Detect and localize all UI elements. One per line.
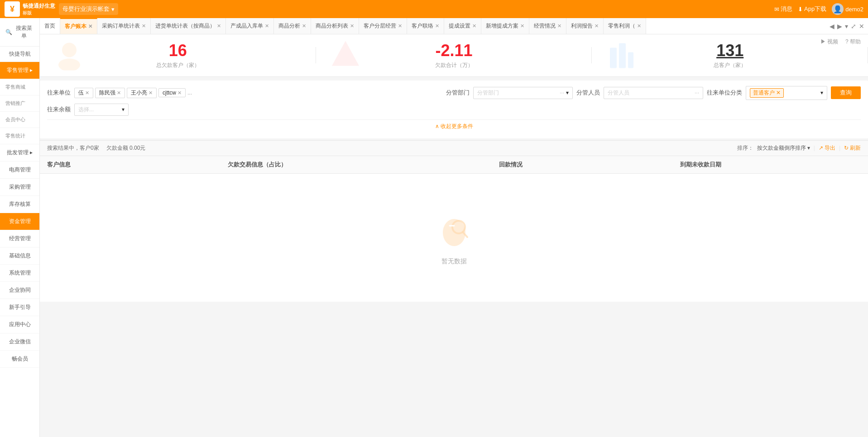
tab-new-promo[interactable]: 新增提成方案 ✕ — [481, 18, 529, 34]
export-btn[interactable]: ↗ 导出 — [819, 144, 835, 152]
tab-customer-tier[interactable]: 客户分层经营 ✕ — [359, 18, 407, 34]
tab-close-icon[interactable]: ✕ — [142, 23, 146, 29]
sidebar-item-label: 经营管理 — [9, 235, 31, 242]
quick-nav-label: 快捷导航 — [9, 51, 31, 57]
tab-close-icon[interactable]: ✕ — [217, 23, 221, 29]
tab-close-icon[interactable]: ✕ — [557, 23, 561, 29]
sidebar-item-new-guide[interactable]: 新手引导 — [0, 299, 39, 316]
tab-stock-stat[interactable]: 进货单统计表（按商品） ✕ — [151, 18, 226, 34]
sidebar-item-ecommerce[interactable]: 电商管理 — [0, 162, 39, 179]
app-subtitle: 标版 — [23, 10, 55, 16]
tab-close-icon[interactable]: ✕ — [398, 23, 402, 29]
stat1-number: 16 — [169, 42, 187, 60]
tab-close-icon[interactable]: ✕ — [265, 23, 269, 29]
stat3-number[interactable]: 131 — [716, 42, 743, 60]
tab-goods-analysis-list[interactable]: 商品分析列表 ✕ — [311, 18, 359, 34]
sidebar-item-system[interactable]: 系统管理 — [0, 265, 39, 282]
stat1-bg-icon — [53, 39, 85, 71]
tab-goods-analysis[interactable]: 商品分析 ✕ — [274, 18, 311, 34]
filter-category-select[interactable]: 普通客户 ✕ ▾ — [746, 86, 827, 100]
tab-customers[interactable]: 客户账本 ✕ — [60, 18, 97, 34]
collapse-btn[interactable]: ∧ 收起更多条件 — [47, 119, 861, 133]
tab-label: 新增提成方案 — [486, 22, 518, 30]
logo-icon: ¥ — [5, 1, 20, 17]
tab-close-icon[interactable]: ✕ — [88, 24, 92, 29]
filter-unit-label: 往来单位 — [47, 89, 71, 97]
sidebar-item-label: 企业微信 — [9, 338, 31, 345]
remove-category-tag[interactable]: ✕ — [776, 90, 781, 96]
sidebar-item-wholesale[interactable]: 批发管理 ▸ — [0, 144, 39, 162]
tab-cost-in[interactable]: 产成品入库单 ✕ — [226, 18, 274, 34]
filter-row-2: 往来余额 选择... ▾ — [47, 104, 861, 116]
tab-close-icon[interactable]: ✕ — [472, 23, 476, 29]
sidebar-item-member[interactable]: 会员中心 — [0, 112, 39, 128]
tab-next-icon[interactable]: ▶ — [837, 23, 842, 30]
sidebar-item-enterprise[interactable]: 企业协同 — [0, 282, 39, 299]
filter-person-select[interactable]: 分管人员 ··· — [604, 87, 703, 99]
tab-label: 提成设置 — [449, 22, 470, 30]
results-right: 排序： 按欠款金额倒序排序 ▾ | ↗ 导出 | ↻ 刷新 — [737, 144, 861, 152]
tab-promo-settings[interactable]: 提成设置 ✕ — [444, 18, 481, 34]
filter-balance-select[interactable]: 选择... ▾ — [74, 104, 129, 116]
stat3-label: 总客户（家） — [714, 62, 746, 69]
sort-chevron-icon: ▾ — [807, 145, 810, 151]
tab-menu-icon[interactable]: ▾ — [845, 23, 848, 30]
sidebar-item-app-center[interactable]: 应用中心 — [0, 316, 39, 333]
filter-dept-select[interactable]: 分管部门 ··· ▾ — [473, 87, 573, 99]
sidebar-item-inventory[interactable]: 库存核算 — [0, 196, 39, 213]
sidebar-item-vip[interactable]: 畅会员 — [0, 351, 39, 368]
tab-customer-contact[interactable]: 客户联络 ✕ — [407, 18, 444, 34]
video-btn[interactable]: ▶ 视频 — [820, 38, 838, 46]
message-btn[interactable]: ✉ 消息 — [774, 5, 792, 13]
stat2-label: 欠款合计（万） — [435, 62, 473, 69]
sidebar-item-wechat-work[interactable]: 企业微信 — [0, 333, 39, 351]
sidebar-item-operations[interactable]: 经营管理 — [0, 230, 39, 247]
more-tags-btn[interactable]: ... — [187, 90, 192, 96]
svg-point-1 — [58, 59, 80, 71]
sidebar-item-marketing[interactable]: 营销推广 — [0, 95, 39, 112]
tab-business-status[interactable]: 经营情况 ✕ — [529, 18, 566, 34]
tab-close-icon[interactable]: ✕ — [435, 23, 439, 29]
stat-block-customers: 16 总欠款客户（家） — [40, 42, 316, 69]
tab-maximize-icon[interactable]: ⤢ — [851, 23, 856, 30]
tab-close-all-icon[interactable]: ✕ — [859, 23, 864, 30]
sidebar-item-basic-info[interactable]: 基础信息 — [0, 247, 39, 265]
tab-close-icon[interactable]: ✕ — [595, 23, 599, 29]
sort-select[interactable]: 按欠款金额倒序排序 ▾ — [757, 144, 810, 152]
tab-retail-profit[interactable]: 零售利润（ ✕ — [604, 18, 646, 34]
remove-tag-wu[interactable]: ✕ — [85, 90, 89, 96]
avatar: 👤 — [832, 3, 844, 15]
tab-home[interactable]: 首页 — [40, 18, 60, 34]
search-menu-btn[interactable]: 🔍 搜索菜单 — [4, 23, 36, 42]
user-avatar-btn[interactable]: 👤 demo2 — [832, 3, 863, 15]
sidebar-item-label: 新手引导 — [9, 304, 31, 310]
tab-profit-report[interactable]: 利润报告 ✕ — [566, 18, 604, 34]
remove-tag-wang[interactable]: ✕ — [149, 90, 153, 96]
tab-close-icon[interactable]: ✕ — [520, 23, 524, 29]
workspace-selector[interactable]: 母婴行业演示帐套 ▾ — [59, 3, 118, 15]
sidebar-item-finance[interactable]: 资金管理 — [0, 213, 39, 230]
filter-bar: 往来单位 伍 ✕ 陈民强 ✕ 王小亮 ✕ — [40, 81, 868, 138]
separator2: | — [839, 145, 840, 151]
sidebar-item-label: 畅会员 — [12, 356, 28, 362]
sidebar-item-label: 营销推广 — [5, 100, 25, 106]
help-btn[interactable]: ? 帮助 — [845, 38, 861, 46]
quick-nav-btn[interactable]: 快捷导航 — [0, 47, 39, 62]
refresh-btn[interactable]: ↻ 刷新 — [844, 144, 861, 152]
svg-rect-5 — [628, 52, 633, 68]
tab-close-icon[interactable]: ✕ — [302, 23, 306, 29]
sidebar-item-purchase[interactable]: 采购管理 — [0, 179, 39, 196]
app-download-btn[interactable]: ⬇ App下载 — [798, 5, 826, 13]
tab-purchase-orders[interactable]: 采购订单统计表 ✕ — [97, 18, 151, 34]
sidebar-item-retail-mall[interactable]: 零售商城 — [0, 79, 39, 95]
tab-close-icon[interactable]: ✕ — [350, 23, 354, 29]
sidebar-item-retail-stats[interactable]: 零售统计 — [0, 128, 39, 144]
balance-chevron-icon: ▾ — [122, 106, 125, 113]
stat2-bg-icon — [330, 39, 361, 71]
sidebar-item-retail-mgmt[interactable]: 零售管理 ▸ — [0, 62, 39, 79]
remove-tag-chen[interactable]: ✕ — [117, 90, 121, 96]
query-btn[interactable]: 查询 — [831, 86, 861, 99]
tab-prev-icon[interactable]: ◀ — [830, 23, 834, 30]
tab-close-icon[interactable]: ✕ — [637, 23, 641, 29]
remove-tag-cjttcw[interactable]: ✕ — [177, 90, 182, 96]
